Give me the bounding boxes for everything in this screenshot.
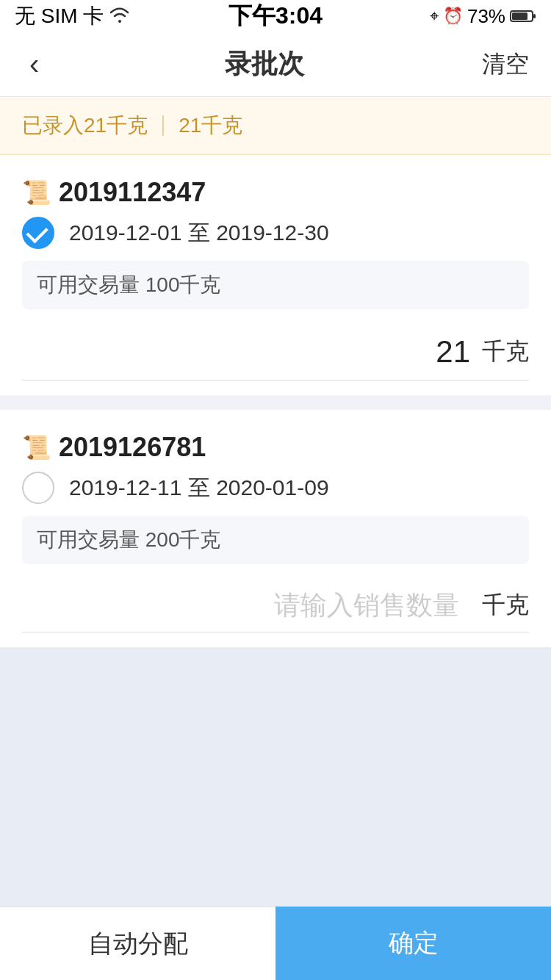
quantity-input-2[interactable]: [22, 590, 470, 621]
status-bar: 无 SIM 卡 下午3:04 ⌖ ⏰ 73%: [0, 0, 551, 32]
status-time: 下午3:04: [228, 0, 323, 32]
batch-header-2: 📜 2019126781: [22, 432, 529, 463]
svg-rect-1: [512, 12, 527, 20]
availability-1: 可用交易量 100千克: [22, 261, 529, 309]
batch-date-row-1: 2019-12-01 至 2019-12-30: [22, 217, 529, 249]
bottom-bar: 自动分配 确定: [0, 907, 551, 980]
batch-id-1: 2019112347: [59, 177, 206, 208]
batch-date-1: 2019-12-01 至 2019-12-30: [69, 218, 329, 248]
page-title: 录批次: [225, 46, 304, 82]
availability-2: 可用交易量 200千克: [22, 516, 529, 564]
batch-card-1: 📜 2019112347 2019-12-01 至 2019-12-30 可用交…: [0, 155, 551, 395]
radio-2[interactable]: [22, 472, 54, 504]
total-label: 21千克: [179, 112, 242, 140]
info-divider: [162, 115, 164, 136]
auto-distribute-button[interactable]: 自动分配: [0, 907, 276, 980]
input-unit-2: 千克: [482, 589, 529, 621]
batch-doc-icon-2: 📜: [22, 433, 51, 461]
quantity-unit-1: 千克: [482, 336, 529, 368]
batch-header-1: 📜 2019112347: [22, 177, 529, 208]
recorded-label: 已录入21千克: [22, 112, 148, 140]
confirm-button[interactable]: 确定: [276, 907, 551, 980]
input-row-2: 千克: [22, 579, 529, 633]
location-icon: ⌖: [430, 7, 439, 26]
status-right: ⌖ ⏰ 73%: [430, 5, 536, 28]
svg-rect-2: [533, 14, 536, 18]
batch-date-2: 2019-12-11 至 2020-01-09: [69, 473, 329, 503]
quantity-value-1: 21: [436, 334, 470, 370]
batch-doc-icon-1: 📜: [22, 179, 51, 206]
battery-text: 73%: [467, 5, 505, 28]
batch-date-row-2: 2019-12-11 至 2020-01-09: [22, 472, 529, 504]
batch-card-2: 📜 2019126781 2019-12-11 至 2020-01-09 可用交…: [0, 410, 551, 647]
nav-bar: ‹ 录批次 清空: [0, 32, 551, 97]
battery-icon: [510, 9, 536, 24]
wifi-icon: [109, 4, 130, 28]
radio-1[interactable]: [22, 217, 54, 249]
batch-id-2: 2019126781: [59, 432, 206, 463]
info-banner: 已录入21千克 21千克: [0, 97, 551, 155]
quantity-row-1: 21 千克: [22, 324, 529, 381]
back-button[interactable]: ‹: [22, 40, 46, 88]
card-separator-1: [0, 395, 551, 410]
status-left: 无 SIM 卡: [15, 2, 130, 30]
carrier-text: 无 SIM 卡: [15, 2, 104, 30]
alarm-icon: ⏰: [443, 7, 463, 26]
clear-button[interactable]: 清空: [482, 48, 529, 81]
